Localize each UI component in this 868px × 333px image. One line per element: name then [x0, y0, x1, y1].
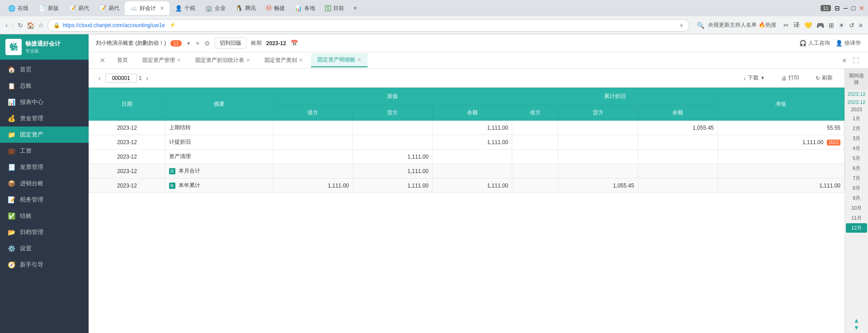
period-month-2[interactable]: 2月 [846, 124, 867, 133]
scissors-icon[interactable]: ✂ [783, 22, 789, 29]
period-month-4[interactable]: 4月 [846, 144, 867, 153]
sidebar-menu: 🏠 首页 📋 总账 📊 报表中心 💰 资金管理 📁 固定资产 💼 工资 [0, 60, 89, 333]
tab-depreciation-stats[interactable]: 固定资产折旧统计表 ✕ [189, 54, 256, 67]
tab-close-icon[interactable]: ✕ [299, 57, 303, 63]
sidebar-item-fund[interactable]: 💰 资金管理 [0, 110, 89, 127]
browser-tab-geshui[interactable]: 👤 个税 [170, 1, 200, 15]
sidebar-item-tax[interactable]: 📝 税务管理 [0, 192, 89, 208]
tab-fixed-ledger[interactable]: 固定资产明细账 ✕ [311, 53, 368, 67]
page-next-button[interactable]: › [143, 74, 151, 83]
sidebar-label: 总账 [20, 82, 32, 90]
period-month-3[interactable]: 3月 [846, 134, 867, 143]
download-button[interactable]: ↓ 下载 ▼ [739, 72, 769, 84]
period-month-6[interactable]: 6月 [846, 164, 867, 173]
tab-label: 易代 [78, 5, 89, 12]
help-button[interactable]: 🎧 人工咨询 [799, 39, 830, 47]
browser-tab-changjie[interactable]: Ⓜ 畅捷 [261, 1, 289, 15]
game-icon[interactable]: 🎮 [816, 22, 824, 29]
bookmark-button[interactable]: ☆ [38, 22, 44, 29]
page-number-input[interactable] [105, 74, 137, 83]
account-badge: 11 [170, 40, 181, 47]
user-name: 徐译华 [844, 39, 861, 47]
grid-icon[interactable]: ⊞ [829, 22, 834, 29]
accum-balance-cell [638, 135, 717, 150]
tab-label: 好会计 [140, 5, 156, 12]
accum-credit-cell [558, 121, 638, 135]
browser-toolbar-actions: ✂ 译 💛 🎮 ⊞ ☀ ↺ ≡ [783, 21, 863, 29]
sidebar-item-guide[interactable]: 🧭 新手引导 [0, 257, 89, 273]
address-dropdown-icon[interactable]: ∨ [679, 22, 684, 28]
period-month-8[interactable]: 8月 [846, 183, 867, 193]
browser-tab-haokuaiji[interactable]: ☁️ 好会计 ✕ [125, 1, 170, 15]
browser-tab-yidai2[interactable]: 📝 易代 [94, 1, 124, 15]
period-calendar-icon[interactable]: 📅 [291, 40, 298, 47]
page-tab-close-all[interactable]: ✕ [96, 54, 109, 66]
maximize-panel-button[interactable]: ⛶ [851, 55, 861, 66]
user-button[interactable]: 👤 徐译华 [835, 39, 861, 47]
print-button[interactable]: 🖨 打印 [777, 72, 804, 84]
undo-icon[interactable]: ↺ [849, 22, 854, 29]
browser-tab-muqian[interactable]: 🅂 目前 [321, 1, 349, 15]
tab-close-icon[interactable]: ✕ [160, 5, 164, 11]
sidebar-item-archive[interactable]: 📂 归档管理 [0, 224, 89, 240]
browser-tab-new[interactable]: 📄 新版 [34, 1, 63, 15]
sidebar-item-settings[interactable]: ⚙️ 设置 [0, 240, 89, 257]
period-month-1[interactable]: 1月 [846, 114, 867, 123]
maximize-icon[interactable]: □ [852, 5, 855, 12]
sidebar-item-salary[interactable]: 💼 工资 [0, 143, 89, 159]
period-month-12[interactable]: 12月 [846, 223, 867, 233]
close-icon[interactable]: ✕ [859, 5, 864, 12]
period-month-7[interactable]: 7月 [846, 174, 867, 183]
forward-button[interactable]: › [11, 21, 14, 29]
tab-label: 各地 [304, 5, 315, 12]
back-button[interactable]: ‹ [5, 21, 8, 29]
period-month-10[interactable]: 10月 [846, 203, 867, 213]
period-month-5[interactable]: 5月 [846, 154, 867, 163]
brightness-icon[interactable]: ☀ [839, 22, 844, 29]
page-prev-button[interactable]: ‹ [96, 74, 104, 83]
sidebar-item-checkout[interactable]: ✅ 结账 [0, 208, 89, 224]
tab-close-icon[interactable]: ✕ [246, 57, 250, 63]
settings-small-icon[interactable]: ⚙ [204, 40, 210, 47]
tab-home[interactable]: 首页 [111, 54, 134, 67]
browser-tab-gedi[interactable]: 📊 各地 [290, 1, 320, 15]
sidebar-toggle-icon[interactable]: ⊟ [835, 5, 840, 12]
sidebar-item-ledger[interactable]: 📋 总账 [0, 78, 89, 94]
period-month-9[interactable]: 9月 [846, 193, 867, 203]
minimize-icon[interactable]: ─ [844, 5, 848, 12]
browser-tab-online[interactable]: 🌐 在线 [4, 1, 33, 15]
close-panel-button[interactable]: ✕ [840, 55, 849, 66]
tab-favicon: 🐧 [236, 5, 243, 12]
tab-fixed-management[interactable]: 固定资产管理 ✕ [136, 54, 187, 67]
home-button[interactable]: 🏠 [27, 22, 34, 29]
browser-tab-tengxun[interactable]: 🐧 腾讯 [231, 1, 260, 15]
browser-tab-yidai1[interactable]: 📝 易代 [64, 1, 94, 15]
refresh-button[interactable]: ↻ 刷新 [811, 72, 837, 84]
sidebar-item-fixed[interactable]: 📁 固定资产 [0, 127, 89, 143]
switch-version-button[interactable]: 切到旧版 [215, 38, 246, 49]
sidebar-item-home[interactable]: 🏠 首页 [0, 61, 89, 78]
sidebar-item-report[interactable]: 📊 报表中心 [0, 94, 89, 110]
scroll-down-icon[interactable]: ▼ [854, 324, 860, 331]
orig-debit-header: 借方 [273, 105, 353, 121]
sidebar-item-purchase[interactable]: 📦 进销台账 [0, 175, 89, 192]
period-year-label1[interactable]: 2023.12 [847, 89, 867, 98]
tab-close-icon[interactable]: ✕ [177, 57, 181, 63]
new-tab-button[interactable]: + [349, 2, 361, 14]
period-year-label2[interactable]: 2023.12 [847, 98, 867, 106]
scroll-up-icon[interactable]: ▲ [854, 317, 860, 324]
sidebar-item-invoice[interactable]: 🧾 发票管理 [0, 159, 89, 175]
wallet-icon[interactable]: 💛 [804, 22, 812, 29]
menu-icon[interactable]: ≡ [859, 22, 863, 29]
account-dropdown-icon[interactable]: ▼ [186, 41, 191, 46]
address-input[interactable]: 🔒 https://cloud.chanjet.com/accounting/u… [47, 19, 690, 32]
tab-close-icon[interactable]: ✕ [357, 57, 361, 63]
sidebar-label: 税务管理 [20, 196, 43, 204]
period-month-11[interactable]: 11月 [846, 213, 867, 223]
add-account-button[interactable]: + [195, 39, 199, 47]
translate-icon[interactable]: 译 [793, 21, 800, 29]
reload-button[interactable]: ↻ [18, 22, 23, 29]
tab-fixed-category[interactable]: 固定资产类别 ✕ [258, 54, 309, 67]
browser-tab-qiye[interactable]: 🏢 企业 [201, 1, 230, 15]
accum-balance-cell [638, 178, 717, 193]
